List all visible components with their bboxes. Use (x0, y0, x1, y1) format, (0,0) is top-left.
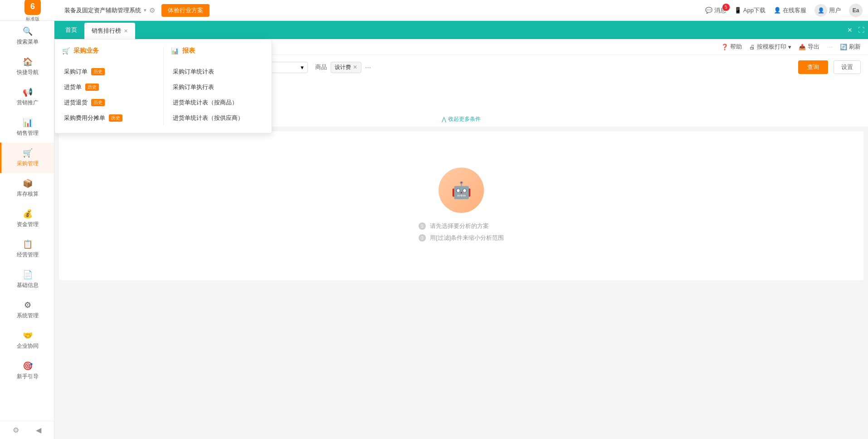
menu-item-incoming-by-supplier-label: 进货单统计表（按供应商） (173, 114, 244, 122)
purchase-dropdown-menu: 🛒 采购业务 采购订单 历史 进货单 历史 进货退货 历史 (54, 39, 272, 133)
sidebar-item-purchase[interactable]: 🛒 采购管理 (0, 143, 54, 173)
sidebar-item-sales[interactable]: 📊 销售管理 (0, 112, 54, 143)
sidebar-item-sales-label: 销售管理 (17, 129, 39, 137)
menu-item-purchase-order-report-label: 采购订单统计表 (173, 68, 214, 76)
sidebar-item-marketing[interactable]: 📢 营销推广 (0, 82, 54, 112)
tab-bar: 首页 销售排行榜 ✕ ✕ ⛶ (54, 21, 868, 39)
guide-icon: 🎯 (23, 361, 33, 371)
app-download-label: App下载 (743, 6, 766, 15)
tab-home[interactable]: 首页 (58, 21, 84, 39)
sidebar-item-basic-info[interactable]: 📄 基础信息 (0, 264, 54, 295)
sidebar-item-marketing-label: 营销推广 (17, 99, 39, 107)
tab-maximize-icon[interactable]: ⛶ (858, 26, 864, 34)
sidebar-item-search[interactable]: 🔍 搜索菜单 (0, 21, 54, 51)
sidebar-item-quick-nav[interactable]: 🏠 快捷导航 (0, 51, 54, 82)
print-button[interactable]: 🖨 按模板打印 ▾ (749, 43, 791, 51)
purchase-section-label: 采购业务 (73, 47, 99, 55)
menu-item-purchase-incoming-label: 进货单 (64, 83, 82, 91)
message-item[interactable]: 💬 消息 5 (705, 6, 726, 15)
main-content: 首页 销售排行榜 ✕ ✕ ⛶ 🛒 采购业务 (54, 21, 868, 439)
report-section-icon: 📊 (171, 47, 179, 54)
report-section: 📊 报表 采购订单统计表 采购订单执行表 进货单统计表（按商品） 进货单统计表（… (171, 47, 265, 126)
app-download-item[interactable]: 📱 App下载 (734, 6, 766, 15)
sidebar-collapse-icon[interactable]: ◀ (36, 426, 41, 434)
menu-item-incoming-by-goods[interactable]: 进货单统计表（按商品） (171, 95, 265, 110)
menu-item-purchase-order-exec[interactable]: 采购订单执行表 (171, 79, 265, 95)
trial-button[interactable]: 体验行业方案 (161, 4, 210, 17)
tip-text-2: 用[过滤]条件来缩小分析范围 (430, 234, 504, 241)
sidebar-item-system[interactable]: ⚙ 系统管理 (0, 295, 54, 325)
goods-tag[interactable]: 设计费 ✕ (331, 62, 361, 73)
sidebar-item-guide[interactable]: 🎯 新手引导 (0, 355, 54, 386)
enterprise-icon: 🤝 (23, 330, 33, 340)
help-button[interactable]: ❓ 帮助 (721, 43, 742, 51)
menu-divider (163, 47, 164, 126)
user-item[interactable]: 👤 用户 (814, 4, 841, 17)
refresh-label: 刷新 (849, 43, 861, 51)
menu-item-purchase-expense[interactable]: 采购费用分摊单 历史 (62, 110, 156, 126)
history-badge-3: 历史 (91, 99, 105, 106)
empty-tip-1: ① 请先选择要分析的方案 (419, 220, 504, 232)
sidebar-item-inventory[interactable]: 📦 库存核算 (0, 173, 54, 203)
sidebar-item-enterprise[interactable]: 🤝 企业协同 (0, 325, 54, 355)
settings-button[interactable]: 设置 (834, 60, 861, 74)
empty-state: 🤖 ① 请先选择要分析的方案 ② 用[过滤]条件来缩小分析范围 (59, 131, 863, 280)
menu-item-purchase-order[interactable]: 采购订单 历史 (62, 64, 156, 79)
refresh-icon: 🔄 (840, 44, 847, 50)
finance-icon: 💰 (23, 209, 33, 219)
sidebar-item-finance[interactable]: 💰 资金管理 (0, 203, 54, 234)
sidebar-item-operations[interactable]: 📋 经营管理 (0, 234, 54, 264)
sidebar-item-operations-label: 经营管理 (17, 251, 39, 259)
top-bar-right: 💬 消息 5 📱 App下载 👤 在线客服 👤 用户 Ea (705, 4, 863, 17)
logo-subtitle: 标准版 (26, 16, 39, 22)
menu-item-purchase-return[interactable]: 进货退货 历史 (62, 95, 156, 110)
print-icon: 🖨 (749, 44, 755, 50)
tab-area: 首页 销售排行榜 ✕ ✕ ⛶ 🛒 采购业务 (54, 21, 868, 39)
purchase-section: 🛒 采购业务 采购订单 历史 进货单 历史 进货退货 历史 (62, 47, 156, 126)
print-label: 按模板打印 (757, 43, 786, 51)
tab-close-icon[interactable]: ✕ (124, 28, 128, 34)
inventory-icon: 📦 (23, 178, 33, 188)
ea-item[interactable]: Ea (849, 4, 863, 17)
menu-item-purchase-order-report[interactable]: 采购订单统计表 (171, 64, 265, 79)
refresh-button[interactable]: 🔄 刷新 (840, 43, 861, 51)
tab-sales-rank-label: 销售排行榜 (92, 27, 121, 35)
sidebar-item-inventory-label: 库存核算 (17, 190, 39, 198)
collapse-icon: ⋀ (442, 116, 446, 123)
system-dropdown-arrow[interactable]: ▾ (144, 7, 146, 13)
tab-sales-rank[interactable]: 销售排行榜 ✕ (84, 23, 135, 39)
top-bar-title: 装备及固定资产辅助管理系统 ▾ ⚙ 体验行业方案 (64, 4, 705, 17)
export-button[interactable]: 📤 导出 (799, 43, 819, 51)
menu-item-purchase-return-label: 进货退货 (64, 99, 88, 107)
history-badge-1: 历史 (91, 68, 105, 75)
tab-close-window-icon[interactable]: ✕ (847, 26, 853, 34)
tip-text-1: 请先选择要分析的方案 (430, 222, 489, 229)
purchase-section-icon: 🛒 (62, 47, 70, 54)
menu-item-incoming-by-supplier[interactable]: 进货单统计表（按供应商） (171, 110, 265, 126)
top-bar: 6 标准版 装备及固定资产辅助管理系统 ▾ ⚙ 体验行业方案 💬 消息 5 📱 … (0, 0, 868, 21)
menu-item-purchase-expense-label: 采购费用分摊单 (64, 114, 105, 122)
sidebar-item-finance-label: 资金管理 (17, 221, 39, 228)
filter-actions: 查询 设置 (798, 60, 861, 74)
menu-item-purchase-order-label: 采购订单 (64, 68, 88, 76)
marketing-icon: 📢 (23, 87, 33, 97)
online-service-item[interactable]: 👤 在线客服 (774, 6, 806, 15)
toolbar-sep: ⋯ (827, 44, 833, 50)
sidebar-item-purchase-label: 采购管理 (17, 160, 39, 168)
print-arrow: ▾ (788, 44, 791, 50)
system-settings-icon[interactable]: ⚙ (149, 6, 155, 15)
menu-item-purchase-incoming[interactable]: 进货单 历史 (62, 79, 156, 95)
sidebar-settings-icon[interactable]: ⚙ (13, 426, 19, 434)
sales-icon: 📊 (23, 118, 33, 128)
goods-more-dots: ⋯ (365, 64, 371, 71)
report-section-title: 📊 报表 (171, 47, 265, 59)
goods-tag-close[interactable]: ✕ (353, 64, 357, 70)
query-button[interactable]: 查询 (798, 60, 828, 74)
export-label: 导出 (808, 43, 819, 51)
avatar-icon: 👤 (814, 4, 827, 17)
status-dropdown-arrow: ▾ (301, 64, 304, 71)
sidebar: 🔍 搜索菜单 🏠 快捷导航 📢 营销推广 📊 销售管理 🛒 采购管理 📦 库存核… (0, 21, 54, 439)
sidebar-item-search-label: 搜索菜单 (17, 38, 39, 46)
collapse-label: 收起更多条件 (448, 115, 481, 123)
operations-icon: 📋 (23, 239, 33, 249)
